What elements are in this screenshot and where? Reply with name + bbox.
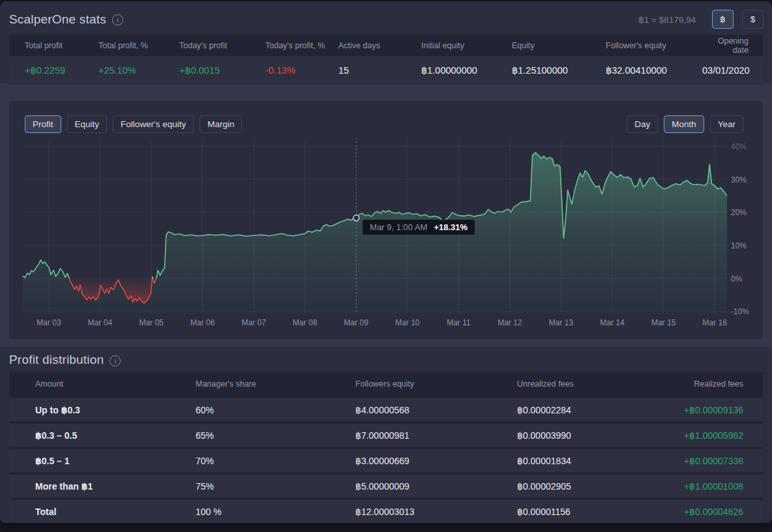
stats-col-active-days: Active days bbox=[338, 41, 421, 50]
y-tick-0: 0% bbox=[731, 274, 743, 284]
dist-cell-manager-s-share: 60% bbox=[196, 405, 355, 415]
dist-cell-unrealized-fees: ฿0.00001834 bbox=[517, 456, 641, 466]
stats-value-equity: ฿1.25100000 bbox=[512, 65, 606, 76]
dist-cell-amount: ฿0.3 – 0.5 bbox=[35, 430, 196, 441]
stats-title-row: ScalperOne stats i ฿1 = $8179,94 ฿$ bbox=[0, 1, 772, 29]
dist-cell-realized-fees: +฿0.00007338 bbox=[641, 456, 763, 466]
info-icon[interactable]: i bbox=[112, 14, 123, 25]
distribution-title-row: Profit distribution i bbox=[0, 347, 772, 367]
range-tab-month[interactable]: Month bbox=[664, 115, 704, 133]
series-tab-group: ProfitEquityFollower's equityMargin bbox=[25, 115, 242, 133]
dist-col-followers-equity: Followers equity bbox=[355, 379, 517, 389]
dist-row-0-3-0-5: ฿0.3 – 0.565%฿7.00000981฿0.00003990+฿1.0… bbox=[9, 424, 763, 449]
y-tick-10: -10% bbox=[731, 307, 749, 316]
x-tick-mar-06: Mar 06 bbox=[190, 318, 215, 327]
stats-value-today-s-profit: -0.13% bbox=[265, 65, 338, 76]
dist-cell-followers-equity: ฿4.00000568 bbox=[355, 405, 517, 415]
y-tick-10: 10% bbox=[731, 241, 747, 250]
x-tick-mar-16: Mar 16 bbox=[702, 318, 727, 327]
chart-tooltip: Mar 9, 1:00 AM +18.31% bbox=[363, 220, 475, 235]
dist-cell-realized-fees: +฿1.00001008 bbox=[641, 481, 763, 492]
stats-value-follower-s-equity: ฿32.00410000 bbox=[606, 65, 702, 76]
distribution-header-row: AmountManager's shareFollowers equityUnr… bbox=[9, 372, 763, 398]
info-icon[interactable]: i bbox=[110, 355, 121, 366]
dashboard-card: ScalperOne stats i ฿1 = $8179,94 ฿$ Tota… bbox=[0, 1, 772, 523]
y-tick-20: 20% bbox=[731, 208, 747, 217]
dist-cell-unrealized-fees: ฿0.00002284 bbox=[517, 405, 641, 415]
dist-cell-followers-equity: ฿12.00003013 bbox=[355, 507, 517, 517]
dist-cell-followers-equity: ฿7.00000981 bbox=[355, 430, 517, 441]
stats-col-equity: Equity bbox=[512, 41, 606, 50]
x-tick-mar-15: Mar 15 bbox=[651, 318, 676, 327]
x-tick-mar-03: Mar 03 bbox=[37, 318, 61, 327]
currency-button-usd[interactable]: $ bbox=[742, 10, 764, 29]
x-tick-mar-05: Mar 05 bbox=[139, 318, 164, 327]
dist-row-0-5-1: ฿0.5 – 170%฿3.00000669฿0.00001834+฿0.000… bbox=[9, 449, 763, 475]
x-tick-mar-04: Mar 04 bbox=[88, 318, 113, 327]
x-tick-mar-13: Mar 13 bbox=[549, 318, 574, 327]
stats-col-follower-s-equity: Follower's equity bbox=[606, 41, 702, 50]
stats-value-total-profit: +25.10% bbox=[98, 65, 179, 76]
dist-cell-amount: ฿0.5 – 1 bbox=[35, 456, 196, 466]
dist-row-more-than-1: More than ฿175%฿5.00000009฿0.00002905+฿1… bbox=[9, 475, 763, 500]
stats-value-total-profit: +฿0.2259 bbox=[25, 65, 98, 76]
exchange-rate-label: ฿1 = $8179,94 bbox=[638, 14, 696, 25]
tooltip-time: Mar 9, 1:00 AM bbox=[370, 222, 427, 232]
dist-cell-unrealized-fees: ฿0.00001156 bbox=[517, 507, 641, 517]
x-tick-mar-14: Mar 14 bbox=[600, 318, 625, 327]
stats-value-today-s-profit: +฿0.0015 bbox=[179, 65, 265, 76]
dist-col-amount: Amount bbox=[35, 379, 196, 389]
dist-cell-manager-s-share: 70% bbox=[196, 456, 355, 466]
stats-table-values: +฿0.2259+25.10%+฿0.0015-0.13%15฿1.000000… bbox=[9, 56, 763, 85]
dist-cell-manager-s-share: 65% bbox=[196, 430, 355, 441]
stats-col-initial-equity: Initial equity bbox=[421, 41, 512, 50]
dist-cell-manager-s-share: 75% bbox=[196, 481, 355, 492]
x-tick-mar-11: Mar 11 bbox=[447, 318, 471, 327]
page-title: ScalperOne stats bbox=[9, 12, 106, 27]
x-tick-mar-12: Mar 12 bbox=[497, 318, 522, 327]
x-tick-mar-09: Mar 09 bbox=[344, 318, 369, 327]
chart-tab-margin[interactable]: Margin bbox=[200, 115, 242, 133]
currency-button-btc[interactable]: ฿ bbox=[712, 10, 734, 29]
dist-cell-amount: Total bbox=[35, 507, 196, 517]
dist-cell-unrealized-fees: ฿0.00003990 bbox=[517, 430, 641, 441]
stats-table-header: Total profitTotal profit, %Today's profi… bbox=[9, 35, 763, 56]
dist-col-realized-fees: Realized fees bbox=[641, 379, 763, 389]
x-tick-mar-08: Mar 08 bbox=[293, 318, 318, 327]
stats-table: Total profitTotal profit, %Today's profi… bbox=[9, 35, 763, 85]
chart-tab-profit[interactable]: Profit bbox=[25, 115, 61, 133]
distribution-title: Profit distribution bbox=[9, 353, 104, 367]
range-tab-day[interactable]: Day bbox=[627, 115, 658, 133]
chart-cursor-marker bbox=[353, 215, 359, 221]
dist-col-manager-s-share: Manager's share bbox=[196, 379, 355, 389]
dist-cell-realized-fees: +฿1.00005962 bbox=[641, 430, 763, 441]
stats-col-today-s-profit: Today's profit bbox=[179, 41, 265, 50]
stats-col-total-profit: Total profit bbox=[25, 41, 98, 50]
dist-cell-realized-fees: +฿0.00009136 bbox=[641, 405, 763, 415]
chart-panel: ProfitEquityFollower's equityMargin DayM… bbox=[9, 101, 763, 339]
distribution-table: AmountManager's shareFollowers equityUnr… bbox=[9, 372, 763, 523]
dist-row-total: Total100 %฿12.00003013฿0.00001156+฿0.000… bbox=[9, 500, 763, 523]
dist-cell-followers-equity: ฿3.00000669 bbox=[355, 456, 517, 466]
stats-value-opening-date: 03/01/2020 bbox=[702, 65, 764, 76]
stats-col-total-profit: Total profit, % bbox=[98, 41, 179, 50]
stats-value-active-days: 15 bbox=[338, 65, 421, 76]
chart-toolbar: ProfitEquityFollower's equityMargin DayM… bbox=[25, 115, 743, 133]
x-tick-mar-10: Mar 10 bbox=[395, 318, 420, 327]
dist-cell-followers-equity: ฿5.00000009 bbox=[355, 481, 517, 492]
dist-cell-manager-s-share: 100 % bbox=[196, 507, 355, 517]
dist-cell-unrealized-fees: ฿0.00002905 bbox=[517, 481, 641, 492]
dist-col-unrealized-fees: Unrealized fees bbox=[517, 379, 641, 389]
range-tab-year[interactable]: Year bbox=[710, 115, 743, 133]
distribution-section: Profit distribution i AmountManager's sh… bbox=[0, 347, 772, 523]
dist-cell-realized-fees: +฿0.00004626 bbox=[641, 507, 763, 517]
y-tick-40: 40% bbox=[731, 142, 747, 151]
stats-value-initial-equity: ฿1.00000000 bbox=[421, 65, 512, 76]
dist-row-up-to-0-3: Up to ฿0.360%฿4.00000568฿0.00002284+฿0.0… bbox=[9, 398, 763, 424]
range-tab-group: DayMonthYear bbox=[627, 115, 743, 133]
chart-tab-equity[interactable]: Equity bbox=[67, 115, 108, 133]
y-tick-30: 30% bbox=[731, 175, 747, 185]
chart-tab-follower-s-equity[interactable]: Follower's equity bbox=[113, 115, 194, 133]
stats-col-today-s-profit: Today's profit, % bbox=[265, 41, 338, 50]
stats-col-opening-date: Opening date bbox=[702, 37, 763, 55]
